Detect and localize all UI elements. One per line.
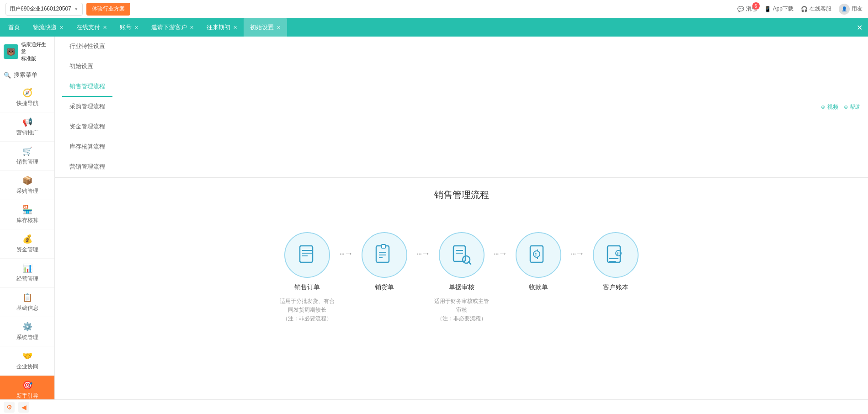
flow-item-customer-ledger[interactable]: ¥ 客户账本 — [584, 232, 648, 292]
experience-button[interactable]: 体验行业方案 — [86, 3, 130, 16]
sidebar-item-label: 快捷导航 — [16, 100, 38, 107]
sub-tab-营销管理流程[interactable]: 营销管理流程 — [62, 157, 112, 177]
nav-tab-初始设置[interactable]: 初始设置 ✕ — [244, 18, 287, 37]
sidebar-item-label: 库存核算 — [16, 217, 38, 224]
sidebar-item-label: 企业协同 — [16, 363, 38, 371]
flow-container: 销售订单适用于分批发货、有合同发货周期较长（注：非必要流程）···→ 销货单··… — [69, 223, 853, 333]
nav-tabs-container: 首页物流快递 ✕在线支付 ✕账号 ✕邀请下游客户 ✕往来期初 ✕初始设置 ✕ — [2, 18, 287, 37]
flow-label-customer-ledger: 客户账本 — [603, 283, 628, 292]
sidebar-item-system[interactable]: ⚙️系统管理 — [0, 317, 54, 346]
tab-close-icon[interactable]: ✕ — [59, 25, 64, 31]
sub-tab-行业特性设置[interactable]: 行业特性设置 — [62, 37, 112, 57]
flow-item-sales-order[interactable]: 销售订单适用于分批发货、有合同发货周期较长（注：非必要流程） — [275, 232, 339, 324]
settings-icon: ⚙ — [6, 403, 12, 411]
search-menu-label: 搜索菜单 — [14, 71, 37, 79]
logo-line2: 标准版 — [21, 55, 51, 62]
online-service-label: 在线客服 — [809, 5, 831, 13]
flow-circle-customer-ledger: ¥ — [593, 232, 639, 278]
user-select[interactable]: 用户690企业1660120507 ▼ — [5, 3, 83, 16]
help-action[interactable]: ⊙ 帮助 — [844, 103, 861, 111]
sub-tab-采购管理流程[interactable]: 采购管理流程 — [62, 97, 112, 117]
tab-close-icon[interactable]: ✕ — [277, 25, 281, 31]
flow-desc-doc-review: 适用于财务审核或主管审核（注：非必要流程） — [432, 297, 491, 324]
nav-tab-邀请下游客户[interactable]: 邀请下游客户 ✕ — [145, 18, 200, 37]
flow-circle-receipt: ¥ — [516, 232, 561, 278]
sidebar-item-label: 系统管理 — [16, 334, 38, 341]
operations-icon: 📊 — [22, 263, 32, 273]
flow-arrow-0: ···→ — [339, 232, 352, 259]
user-label: 用户690企业1660120507 — [10, 5, 71, 13]
tab-close-icon[interactable]: ✕ — [233, 25, 237, 31]
settings-button[interactable]: ⚙ — [4, 402, 15, 413]
nav-tab-物流快递[interactable]: 物流快递 ✕ — [27, 18, 70, 37]
tab-close-icon[interactable]: ✕ — [190, 25, 194, 31]
sub-tabs: 行业特性设置初始设置销售管理流程采购管理流程资金管理流程库存核算流程营销管理流程… — [55, 37, 868, 178]
flow-arrow-2: ···→ — [494, 232, 507, 259]
nav-tabs: 首页物流快递 ✕在线支付 ✕账号 ✕邀请下游客户 ✕往来期初 ✕初始设置 ✕ ✕ — [0, 18, 868, 37]
message-icon: 💬 — [737, 6, 744, 12]
sidebar-item-label: 经营管理 — [16, 275, 38, 283]
nav-tab-往来期初[interactable]: 往来期初 ✕ — [200, 18, 244, 37]
finance-icon: 💰 — [22, 234, 32, 244]
app-download-label: App下载 — [773, 5, 793, 13]
nav-tab-首页[interactable]: 首页 — [2, 18, 27, 37]
online-service-item[interactable]: 🎧 在线客服 — [801, 5, 831, 13]
tab-close-icon[interactable]: ✕ — [103, 25, 107, 31]
search-menu-item[interactable]: 🔍 搜索菜单 — [0, 67, 54, 83]
message-badge: 6 — [752, 2, 760, 10]
sidebar-item-quick-nav[interactable]: 🧭快捷导航 — [0, 83, 54, 112]
sidebar-item-label: 营销推广 — [16, 129, 38, 137]
tab-close-icon[interactable]: ✕ — [134, 25, 138, 31]
sidebar-item-guide[interactable]: 🎯新手引导 — [0, 376, 54, 399]
sidebar-item-purchase[interactable]: 📦采购管理 — [0, 171, 54, 200]
chevron-down-icon: ▼ — [74, 6, 79, 11]
sidebar-item-label: 资金管理 — [16, 246, 38, 254]
sidebar-item-basic-info[interactable]: 📋基础信息 — [0, 288, 54, 317]
sidebar-item-marketing[interactable]: 📢营销推广 — [0, 112, 54, 142]
sidebar-item-finance[interactable]: 💰资金管理 — [0, 229, 54, 259]
sub-tab-actions: ⊙ 视频 ⊙ 帮助 — [821, 103, 861, 111]
flow-circle-delivery-note — [362, 232, 407, 278]
logo-line1: 畅康通好生意 — [21, 41, 51, 55]
flow-circle-doc-review — [439, 232, 485, 278]
sidebar-item-operations[interactable]: 📊经营管理 — [0, 259, 54, 288]
collapse-button[interactable]: ◀ — [18, 402, 29, 413]
app-download-item[interactable]: 📱 App下载 — [764, 5, 793, 13]
close-all-tabs-button[interactable]: ✕ — [855, 21, 864, 34]
message-icon-item[interactable]: 💬 消息 6 — [737, 5, 757, 13]
sidebar-items-container: 🧭快捷导航📢营销推广🛒销售管理📦采购管理🏪库存核算💰资金管理📊经营管理📋基础信息… — [0, 83, 54, 399]
sub-tab-销售管理流程[interactable]: 销售管理流程 — [62, 77, 112, 97]
avatar: 👤 — [839, 4, 850, 15]
bottom-bar: ⚙ ◀ — [0, 399, 868, 414]
flow-label-sales-order: 销售订单 — [294, 283, 320, 292]
marketing-icon: 📢 — [22, 117, 32, 127]
video-action[interactable]: ⊙ 视频 — [821, 103, 838, 111]
sub-tabs-container: 行业特性设置初始设置销售管理流程采购管理流程资金管理流程库存核算流程营销管理流程 — [62, 37, 112, 177]
flow-label-delivery-note: 销货单 — [375, 283, 394, 292]
sub-tab-库存核算流程[interactable]: 库存核算流程 — [62, 137, 112, 157]
main-layout: 🐻 畅康通好生意 标准版 🔍 搜索菜单 🧭快捷导航📢营销推广🛒销售管理📦采购管理… — [0, 37, 868, 399]
sub-tab-初始设置[interactable]: 初始设置 — [62, 57, 112, 77]
flow-label-receipt: 收款单 — [529, 283, 548, 292]
system-icon: ⚙️ — [22, 322, 32, 332]
flow-arrow-1: ···→ — [416, 232, 430, 259]
user-name-label: 用友 — [852, 5, 863, 13]
nav-tab-账号[interactable]: 账号 ✕ — [113, 18, 145, 37]
sub-tab-资金管理流程[interactable]: 资金管理流程 — [62, 117, 112, 137]
nav-tab-在线支付[interactable]: 在线支付 ✕ — [70, 18, 113, 37]
sidebar-item-cooperation[interactable]: 🤝企业协同 — [0, 346, 54, 376]
flow-item-doc-review[interactable]: 单据审核适用于财务审核或主管审核（注：非必要流程） — [430, 232, 494, 324]
page-content: 销售管理流程 销售订单适用于分批发货、有合同发货周期较长（注：非必要流程）···… — [55, 178, 868, 399]
sidebar-item-inventory[interactable]: 🏪库存核算 — [0, 200, 54, 229]
sidebar-item-label: 销售管理 — [16, 158, 38, 166]
flow-item-receipt[interactable]: ¥ 收款单 — [506, 232, 570, 292]
sidebar-logo: 🐻 畅康通好生意 标准版 — [0, 37, 54, 67]
quick-nav-icon: 🧭 — [22, 88, 32, 98]
svg-rect-0 — [300, 246, 313, 262]
user-info-item[interactable]: 👤 用友 — [839, 4, 863, 15]
svg-line-11 — [469, 262, 471, 264]
purchase-icon: 📦 — [22, 175, 32, 186]
sidebar-item-sales[interactable]: 🛒销售管理 — [0, 142, 54, 171]
flow-item-delivery-note[interactable]: 销货单 — [352, 232, 416, 292]
inventory-icon: 🏪 — [22, 205, 32, 215]
